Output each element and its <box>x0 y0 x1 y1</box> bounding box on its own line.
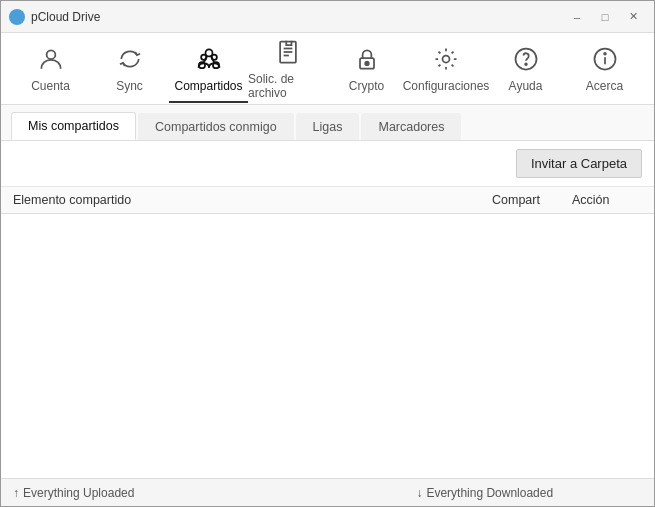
svg-point-7 <box>211 54 216 59</box>
upload-icon: ↑ <box>13 486 19 500</box>
tab-ligas[interactable]: Ligas <box>296 113 360 140</box>
col-header-compart: Compart <box>492 193 572 207</box>
nav-label-cuenta: Cuenta <box>31 79 70 93</box>
nav-label-ayuda: Ayuda <box>509 79 543 93</box>
nav-label-sync: Sync <box>116 79 143 93</box>
sync-icon <box>114 43 146 75</box>
nav-item-crypto[interactable]: Crypto <box>327 35 406 103</box>
nav-item-sync[interactable]: Sync <box>90 35 169 103</box>
col-header-elemento: Elemento compartido <box>13 193 492 207</box>
svg-point-14 <box>443 55 450 62</box>
window-controls: – □ ✕ <box>564 7 646 27</box>
nav-label-compartidos: Compartidos <box>174 79 242 93</box>
share-icon <box>193 43 225 75</box>
file-request-icon <box>272 36 304 68</box>
nav-label-crypto: Crypto <box>349 79 384 93</box>
nav-label-config: Configuraciones <box>403 79 490 93</box>
tabbar: Mis compartidos Compartidos conmigo Liga… <box>1 105 654 141</box>
download-icon: ↓ <box>416 486 422 500</box>
app-title: pCloud Drive <box>31 10 564 24</box>
settings-icon <box>430 43 462 75</box>
svg-point-13 <box>365 61 369 65</box>
col-header-accion: Acción <box>572 193 642 207</box>
minimize-button[interactable]: – <box>564 7 590 27</box>
svg-point-6 <box>201 54 206 59</box>
help-icon <box>510 43 542 75</box>
download-label: Everything Downloaded <box>426 486 553 500</box>
app-window: pCloud Drive – □ ✕ Cuenta <box>0 0 655 507</box>
tab-marcadores[interactable]: Marcadores <box>361 113 461 140</box>
maximize-button[interactable]: □ <box>592 7 618 27</box>
svg-point-0 <box>46 50 55 59</box>
navbar: Cuenta Sync <box>1 33 654 105</box>
upload-label: Everything Uploaded <box>23 486 134 500</box>
svg-point-19 <box>604 52 606 54</box>
lock-icon <box>351 43 383 75</box>
titlebar: pCloud Drive – □ ✕ <box>1 1 654 33</box>
download-status: ↓ Everything Downloaded <box>328 486 643 500</box>
upload-status: ↑ Everything Uploaded <box>13 486 328 500</box>
nav-label-solic: Solic. de archivo <box>248 72 327 100</box>
content-toolbar: Invitar a Carpeta <box>1 141 654 187</box>
statusbar: ↑ Everything Uploaded ↓ Everything Downl… <box>1 478 654 506</box>
content-area: Invitar a Carpeta Elemento compartido Co… <box>1 141 654 478</box>
nav-item-configuraciones[interactable]: Configuraciones <box>406 35 486 103</box>
close-button[interactable]: ✕ <box>620 7 646 27</box>
svg-point-16 <box>525 63 527 65</box>
nav-item-solic-archivo[interactable]: Solic. de archivo <box>248 35 327 103</box>
nav-item-acerca[interactable]: Acerca <box>565 35 644 103</box>
nav-label-acerca: Acerca <box>586 79 623 93</box>
table-header: Elemento compartido Compart Acción <box>1 187 654 214</box>
table-body <box>1 214 654 478</box>
nav-item-cuenta[interactable]: Cuenta <box>11 35 90 103</box>
info-icon <box>589 43 621 75</box>
nav-item-compartidos[interactable]: Compartidos <box>169 35 248 103</box>
app-icon <box>9 9 25 25</box>
tab-compartidos-conmigo[interactable]: Compartidos conmigo <box>138 113 294 140</box>
nav-item-ayuda[interactable]: Ayuda <box>486 35 565 103</box>
tab-mis-compartidos[interactable]: Mis compartidos <box>11 112 136 140</box>
invite-folder-button[interactable]: Invitar a Carpeta <box>516 149 642 178</box>
account-icon <box>35 43 67 75</box>
